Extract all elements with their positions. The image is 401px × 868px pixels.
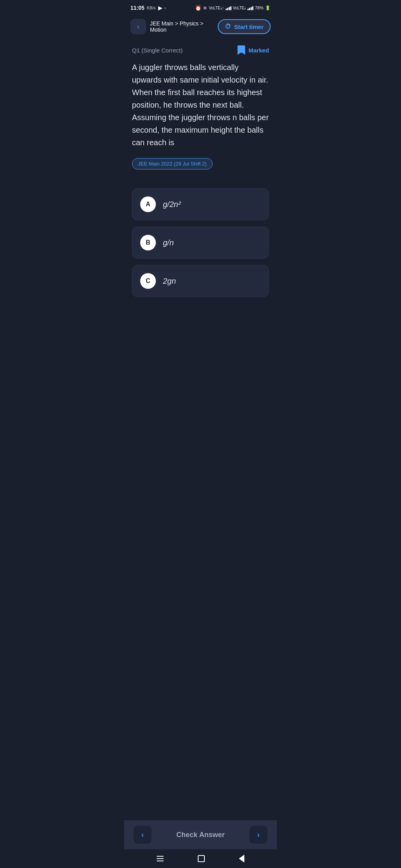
alarm-icon: ⏰ — [195, 5, 201, 11]
next-icon: › — [257, 831, 260, 839]
source-tag: JEE Main 2022 (29 Jul Shift 2) — [132, 158, 213, 169]
status-right: ⏰ ✳ VoLTE₁↑ VoLTE₂ 78% 🔋 — [195, 5, 271, 11]
home-icon — [198, 855, 205, 862]
timer-label: Start timer — [234, 23, 264, 30]
lte2-label: VoLTE₂ — [233, 6, 246, 10]
question-container: Q1 (Single Correct) Marked A juggler thr… — [124, 39, 277, 188]
start-timer-button[interactable]: ⏱ Start timer — [218, 19, 271, 34]
breadcrumb: JEE Main > Physics > Motion — [150, 20, 214, 33]
time-display: 11:05 — [130, 5, 145, 11]
option-b-text: g/n — [163, 238, 174, 247]
status-time: 11:05 KB/s ▶ ● — [130, 5, 166, 11]
main-content: Q1 (Single Correct) Marked A juggler thr… — [124, 39, 277, 344]
option-b[interactable]: B g/n — [132, 227, 269, 259]
menu-icon — [157, 856, 164, 861]
timer-icon: ⏱ — [225, 23, 231, 30]
option-c[interactable]: C 2gn — [132, 265, 269, 297]
prev-icon: ‹ — [141, 831, 144, 839]
android-back-button[interactable] — [239, 855, 244, 863]
marked-badge[interactable]: Marked — [237, 45, 269, 55]
marked-label: Marked — [248, 47, 269, 54]
prev-button[interactable]: ‹ — [134, 826, 152, 844]
question-label: Q1 (Single Correct) — [132, 47, 182, 54]
question-meta: Q1 (Single Correct) Marked — [132, 45, 269, 55]
option-c-text: 2gn — [163, 277, 176, 286]
status-bar: 11:05 KB/s ▶ ● ⏰ ✳ VoLTE₁↑ VoLTE₂ 78% 🔋 — [124, 0, 277, 14]
option-b-label: B — [140, 235, 156, 250]
back-icon — [239, 855, 244, 863]
option-a-text: g/2n² — [163, 200, 181, 209]
kb-indicator: KB/s — [147, 6, 156, 10]
back-button[interactable]: ‹ — [130, 19, 146, 34]
battery-percent: 78% — [255, 5, 264, 10]
android-home-button[interactable] — [198, 855, 205, 862]
check-answer-button[interactable]: Check Answer — [176, 831, 224, 839]
back-icon: ‹ — [137, 23, 139, 31]
question-text: A juggler throws balls vertically upward… — [132, 61, 269, 149]
signal2-bars — [247, 5, 253, 10]
record-icon: ▶ — [158, 5, 162, 11]
next-button[interactable]: › — [249, 826, 267, 844]
option-a[interactable]: A g/2n² — [132, 188, 269, 220]
options-container: A g/2n² B g/n C 2gn — [124, 188, 277, 297]
dot-indicator: ● — [164, 6, 166, 10]
option-c-label: C — [140, 273, 156, 289]
bottom-nav: ‹ Check Answer › — [124, 820, 277, 849]
nav-left: ‹ JEE Main > Physics > Motion — [130, 19, 214, 34]
option-a-label: A — [140, 196, 156, 212]
battery-icon: 🔋 — [265, 5, 271, 11]
lte1-label: VoLTE₁↑ — [209, 6, 224, 10]
nav-header: ‹ JEE Main > Physics > Motion ⏱ Start ti… — [124, 14, 277, 39]
bluetooth-icon: ✳ — [203, 5, 207, 11]
bookmark-icon — [237, 45, 245, 55]
android-menu-button[interactable] — [157, 856, 164, 861]
android-nav-bar — [124, 849, 277, 868]
signal1-bars — [226, 5, 231, 10]
